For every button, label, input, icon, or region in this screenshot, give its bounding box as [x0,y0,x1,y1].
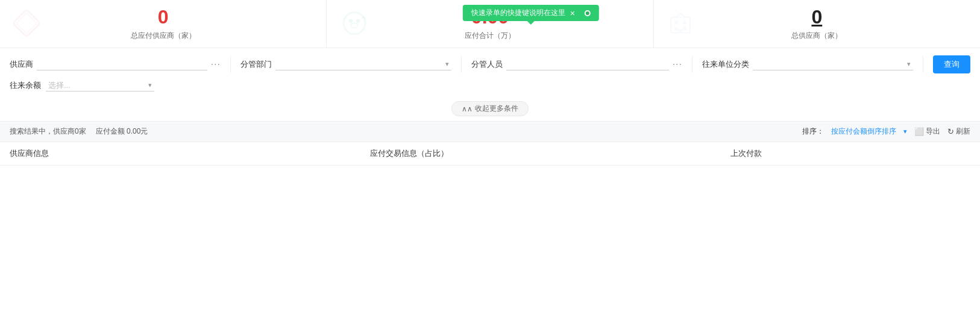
sort-chevron-icon: ▾ [903,128,907,135]
balance-select[interactable]: 选择... [46,79,154,91]
dept-filter-group: 分管部门 ▾ [240,58,451,70]
sort-value[interactable]: 按应付会额倒序排序 [831,126,896,137]
svg-rect-7 [674,20,678,24]
supplier-label: 供应商 [10,59,33,70]
payable-suppliers-value: 0 [158,7,169,28]
svg-point-4 [356,19,360,22]
tooltip-text: 快速录单的快捷键说明在这里 [471,8,565,18]
diamond-icon [12,8,41,39]
export-button[interactable]: ⬜ 导出 [914,126,940,137]
svg-rect-10 [683,26,686,30]
collapse-label: 收起更多条件 [475,104,518,114]
filter-row-2: 往来余额 选择... ▾ [10,79,970,91]
supplier-input[interactable] [37,58,207,70]
svg-point-3 [349,19,353,22]
balance-select-wrap: 选择... ▾ [46,79,154,91]
divider-1 [230,56,231,73]
results-bar: 搜索结果中，供应商0家 应付金额 0.00元 排序： 按应付会额倒序排序 ▾ ⬜… [0,122,980,142]
refresh-button[interactable]: ↻ 刷新 [947,126,970,137]
dept-select[interactable] [275,58,451,70]
svg-rect-8 [683,20,686,24]
sort-label: 排序： [802,126,824,137]
collapse-up-icon: ∧∧ [462,105,473,113]
filter-row-1: 供应商 ··· 分管部门 ▾ 分管人员 ··· 往来单位分类 [10,55,970,73]
divider-3 [692,56,693,73]
category-filter-group: 往来单位分类 ▾ [702,58,913,70]
svg-point-5 [351,23,358,28]
person-filter-group: 分管人员 ··· [471,58,682,70]
dept-label: 分管部门 [240,59,272,70]
total-suppliers-label: 总供应商（家） [791,31,842,41]
dept-select-wrap: ▾ [275,58,451,70]
divider-2 [461,56,462,73]
shortcut-tooltip: 快速录单的快捷键说明在这里 × [463,5,599,21]
export-icon: ⬜ [914,127,924,136]
filter-bar: 供应商 ··· 分管部门 ▾ 分管人员 ··· 往来单位分类 [0,48,980,122]
payable-total-label: 应付合计（万） [465,31,515,41]
supplier-more-btn[interactable]: ··· [211,59,221,70]
results-actions: 排序： 按应付会额倒序排序 ▾ ⬜ 导出 ↻ 刷新 [802,126,970,137]
divider-4 [923,56,923,73]
collapse-bar: ∧∧ 收起更多条件 [10,98,970,121]
results-amount: 应付金额 0.00元 [96,126,148,137]
total-suppliers-value: 0 [811,7,822,28]
building-icon [666,8,695,39]
export-label: 导出 [926,126,940,137]
svg-rect-11 [678,29,683,33]
svg-rect-9 [674,26,678,30]
stats-bar: 0 总应付供应商（家） 0.00 应付合计（万） 快速录单的快捷键说明在这里 × [0,0,980,48]
col-lastpay-header: 上次付款 [730,148,971,159]
supplier-filter-group: 供应商 ··· [10,58,221,70]
stat-payable-total: 0.00 应付合计（万） 快速录单的快捷键说明在这里 × [327,0,653,48]
search-button[interactable]: 查询 [933,55,970,73]
person-more-btn[interactable]: ··· [673,59,682,70]
refresh-icon: ↻ [947,127,954,136]
stat-total-payable-suppliers: 0 总应付供应商（家） [0,0,327,48]
payable-suppliers-label: 总应付供应商（家） [131,31,196,41]
category-select-wrap: ▾ [753,58,913,70]
stat-total-suppliers: 0 总供应商（家） [654,0,980,48]
tooltip-indicator [585,10,591,16]
collapse-button[interactable]: ∧∧ 收起更多条件 [451,101,529,116]
results-summary: 搜索结果中，供应商0家 [10,126,86,137]
person-input[interactable] [506,58,669,70]
table-body [0,166,980,310]
pig-icon [339,7,370,40]
category-select[interactable] [753,58,913,70]
person-label: 分管人员 [471,59,503,70]
results-info: 搜索结果中，供应商0家 应付金额 0.00元 [10,126,148,137]
col-supplier-header: 供应商信息 [10,148,370,159]
col-transaction-header: 应付交易信息（占比） [370,148,730,159]
refresh-label: 刷新 [956,126,970,137]
tooltip-close-btn[interactable]: × [570,9,575,17]
balance-label: 往来余额 [10,80,41,91]
category-label: 往来单位分类 [702,59,749,70]
table-header: 供应商信息 应付交易信息（占比） 上次付款 [0,142,980,166]
